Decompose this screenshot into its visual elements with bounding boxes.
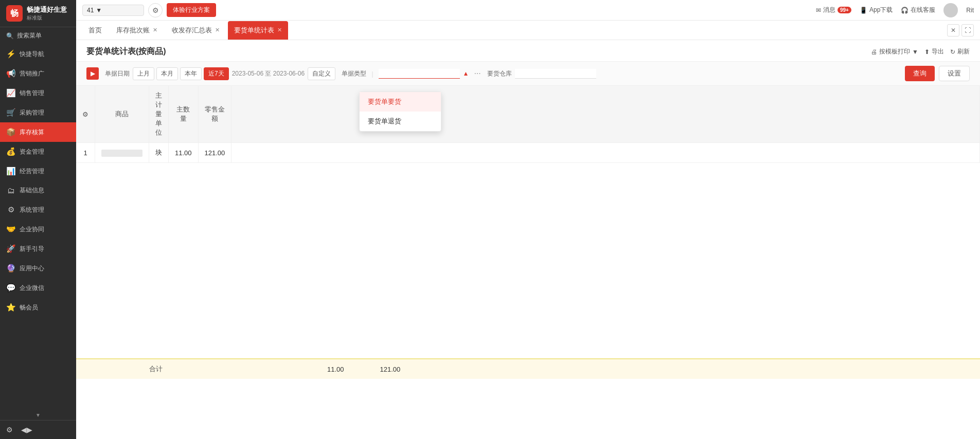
table-container: ⚙ 商品 主计量单位 主数量 零售金额 1 (76, 86, 980, 163)
export-label: 导出 (932, 47, 944, 56)
page-actions: 🖨 按模板打印 ▼ ⬆ 导出 ↻ 刷新 (871, 47, 970, 56)
sidebar: 畅 畅捷通好生意 标准版 🔍 搜索菜单 ⚡ 快捷导航 📢 营销推广 📈 销售管理… (0, 0, 76, 439)
logo-area: 畅 畅捷通好生意 标准版 (0, 0, 76, 27)
last-7-days-button[interactable]: 近7天 (204, 67, 229, 80)
sidebar-item-label: 畅会员 (20, 303, 38, 312)
filter-settings-button[interactable]: 设置 (939, 66, 970, 81)
sales-icon: 📈 (6, 88, 15, 98)
settings-bottom-icon[interactable]: ⚙ (6, 426, 13, 434)
service-label: 在线客服 (911, 6, 935, 14)
sidebar-item-purchase[interactable]: 🛒 采购管理 (0, 103, 76, 122)
col-quantity: 主数量 (169, 86, 199, 143)
dropdown-item-order-return[interactable]: 要货单退货 (360, 112, 441, 131)
guide-icon: 🚀 (6, 244, 15, 253)
inventory-icon: 📦 (6, 127, 15, 137)
export-button[interactable]: ⬆ 导出 (924, 47, 944, 56)
sidebar-item-label: 经营管理 (20, 167, 44, 176)
sidebar-item-basic-info[interactable]: 🗂 基础信息 (0, 181, 76, 200)
sidebar-item-finance[interactable]: 💰 资金管理 (0, 142, 76, 161)
tabs-controls: ✕ ⛶ (947, 24, 974, 36)
finance-icon: 💰 (6, 147, 15, 156)
app-download-button[interactable]: 📱 App下载 (860, 6, 893, 14)
tab-label: 要货单统计表 (234, 26, 274, 35)
print-icon: 🖨 (871, 48, 877, 56)
content-area: 要货单统计表(按商品) 🖨 按模板打印 ▼ ⬆ 导出 ↻ 刷新 (76, 40, 980, 439)
marketing-icon: 📢 (6, 69, 15, 78)
sidebar-item-inventory[interactable]: 📦 库存核算 (0, 122, 76, 142)
footer-label: 合计 (149, 364, 163, 374)
data-table: ⚙ 商品 主计量单位 主数量 零售金额 1 (76, 86, 980, 163)
store-selector[interactable]: 41 ▼ (82, 5, 144, 16)
sidebar-item-sales[interactable]: 📈 销售管理 (0, 83, 76, 103)
message-button[interactable]: ✉ 消息 99+ (816, 6, 851, 14)
table-body: 1 块 11.00 121.00 (76, 143, 980, 163)
row-no: 1 (76, 143, 95, 163)
service-button[interactable]: 🎧 在线客服 (901, 6, 935, 14)
chevron-down-icon: ▼ (912, 48, 918, 56)
tabs-close-all-button[interactable]: ✕ (947, 24, 959, 36)
header-gear-button[interactable]: ⚙ (148, 3, 163, 17)
quick-nav-icon: ⚡ (6, 49, 15, 59)
sidebar-item-system[interactable]: ⚙ 系统管理 (0, 200, 76, 220)
system-icon: ⚙ (6, 205, 15, 214)
last-month-button[interactable]: 上月 (133, 67, 154, 80)
store-name: 41 (87, 7, 94, 14)
industry-button[interactable]: 体验行业方案 (167, 3, 216, 17)
tab-receive-summary[interactable]: 收发存汇总表 ✕ (166, 21, 226, 40)
warehouse-input[interactable] (515, 69, 596, 79)
filter-expand-button[interactable]: ▶ (86, 67, 99, 80)
type-dropdown-arrow[interactable]: ▲ (463, 70, 469, 77)
tab-label: 收发存汇总表 (172, 26, 212, 35)
sidebar-item-marketing[interactable]: 📢 营销推广 (0, 64, 76, 83)
page-content: 要货单统计表(按商品) 🖨 按模板打印 ▼ ⬆ 导出 ↻ 刷新 (76, 40, 980, 439)
sidebar-item-label: 采购管理 (20, 108, 44, 117)
col-settings[interactable]: ⚙ (76, 86, 95, 143)
sidebar-item-app-center[interactable]: 🔮 应用中心 (0, 259, 76, 278)
print-button[interactable]: 🖨 按模板打印 ▼ (871, 47, 918, 56)
this-year-button[interactable]: 本年 (180, 67, 202, 80)
tab-order-stats[interactable]: 要货单统计表 ✕ (228, 21, 288, 40)
tab-home[interactable]: 首页 (82, 21, 108, 40)
sidebar-item-wechat[interactable]: 💬 企业微信 (0, 278, 76, 298)
custom-date-button[interactable]: 自定义 (308, 67, 335, 80)
sidebar-item-label: 快捷导航 (20, 50, 44, 59)
dropdown-item-order-goods[interactable]: 要货单要货 (360, 92, 441, 112)
sidebar-toggle-icon[interactable]: ◀▶ (21, 426, 32, 434)
tab-inventory-batch[interactable]: 库存批次账 ✕ (110, 21, 164, 40)
type-input[interactable] (379, 69, 460, 79)
date-label: 单据日期 (105, 69, 130, 78)
sidebar-item-guide[interactable]: 🚀 新手引导 (0, 239, 76, 259)
type-more-button[interactable]: ··· (474, 69, 480, 78)
refresh-label: 刷新 (957, 47, 970, 56)
sidebar-item-label: 企业协同 (20, 225, 44, 234)
warehouse-filter-group: 要货仓库 (487, 69, 596, 79)
date-filter-group: 单据日期 上月 本月 本年 近7天 2023-05-06 至 2023-06-0… (105, 67, 335, 80)
sidebar-item-operations[interactable]: 📊 经营管理 (0, 161, 76, 181)
sidebar-item-label: 系统管理 (20, 206, 44, 214)
search-menu[interactable]: 🔍 搜索菜单 (0, 27, 76, 44)
sidebar-item-member[interactable]: ⭐ 畅会员 (0, 298, 76, 317)
sidebar-scroll-down[interactable]: ▼ (0, 410, 76, 420)
query-button[interactable]: 查询 (905, 66, 935, 81)
close-icon[interactable]: ✕ (153, 27, 157, 33)
refresh-button[interactable]: ↻ 刷新 (950, 47, 970, 56)
sidebar-item-quick-nav[interactable]: ⚡ 快捷导航 (0, 44, 76, 64)
table-footer: 合计 11.00 121.00 (76, 358, 980, 379)
user-avatar[interactable] (943, 3, 958, 17)
empty-area (76, 163, 980, 358)
main-area: 41 ▼ ⚙ 体验行业方案 ✉ 消息 99+ 📱 App下载 🎧 在线客服 Ri… (76, 0, 980, 439)
tabs-expand-button[interactable]: ⛶ (961, 24, 974, 36)
filter-bar: ▶ 单据日期 上月 本月 本年 近7天 2023-05-06 至 2023-06… (76, 61, 980, 86)
sidebar-item-cooperation[interactable]: 🤝 企业协同 (0, 220, 76, 239)
product-placeholder (101, 150, 142, 157)
operations-icon: 📊 (6, 167, 15, 176)
close-icon[interactable]: ✕ (277, 27, 282, 33)
message-label: 消息 (823, 6, 835, 14)
col-unit: 主计量单位 (149, 86, 169, 143)
this-month-button[interactable]: 本月 (156, 67, 178, 80)
table-row: 1 块 11.00 121.00 (76, 143, 980, 163)
date-range-display: 2023-05-06 至 2023-06-06 (232, 69, 305, 78)
sidebar-item-label: 库存核算 (20, 128, 44, 137)
purchase-icon: 🛒 (6, 108, 15, 117)
close-icon[interactable]: ✕ (215, 27, 220, 33)
